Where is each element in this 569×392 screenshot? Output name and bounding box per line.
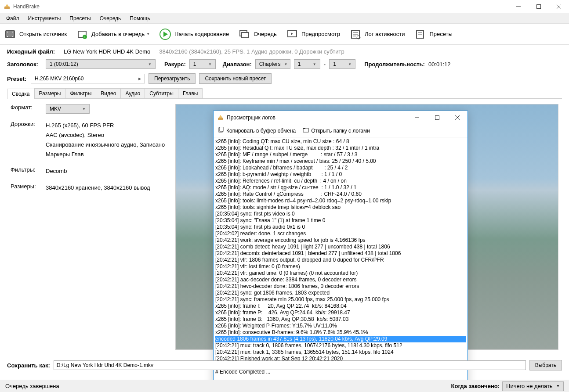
- log-toolbar: Копировать в буфер обмена Открыть папку …: [214, 124, 468, 137]
- log-maximize-button[interactable]: [427, 111, 447, 124]
- log-line: encoded 1806 frames in 437.81s (4.13 fps…: [215, 336, 466, 342]
- filters-label: Фильтры:: [11, 166, 46, 173]
- save-as-input[interactable]: [54, 360, 526, 370]
- svg-rect-2: [537, 4, 541, 8]
- log-line: [20:42:21] vfr: gained time: 0 (0 frames…: [215, 270, 466, 277]
- log-line: [20:42:02] reader: done. 1 scr changes: [215, 230, 466, 237]
- when-done-combo[interactable]: Ничего не делать▼: [502, 381, 564, 391]
- log-line: x265 [info]: tools: signhide tmvp lslice…: [215, 204, 466, 211]
- preset-combo[interactable]: H.265 MKV 2160p60▶: [31, 74, 145, 83]
- log-minimize-button[interactable]: [407, 111, 427, 124]
- tab-summary[interactable]: Сводка: [7, 89, 35, 99]
- log-line: x265 [info]: Residual QT: max TU size, m…: [215, 145, 466, 151]
- svg-marker-19: [291, 32, 293, 35]
- log-line: x265 [info]: frame B: 1360, Avg QP:30.58…: [215, 316, 466, 323]
- range-type-combo[interactable]: Chapters▼: [255, 59, 290, 69]
- reload-preset-button[interactable]: Перезагрузить: [149, 73, 196, 84]
- add-queue-label: Добавить в очередь: [91, 31, 145, 37]
- preset-value: H.265 MKV 2160p60: [35, 76, 83, 82]
- log-line: x265 [info]: frame I: 20, Avg QP:22.74 k…: [215, 303, 466, 309]
- presets-button[interactable]: Пресеты: [413, 28, 452, 41]
- log-line: [20:42:21] sync: got 1806 frames, 1803 e…: [215, 290, 466, 296]
- browse-button[interactable]: Выбрать: [529, 360, 562, 370]
- save-preset-button[interactable]: Сохранить новый пресет: [199, 73, 272, 84]
- window-minimize-button[interactable]: [508, 0, 529, 13]
- range-to-combo[interactable]: 1▼: [329, 59, 355, 69]
- format-label: Формат:: [11, 104, 46, 111]
- save-as-label: Сохранить как:: [7, 362, 50, 369]
- reload-label: Перезагрузить: [154, 76, 190, 82]
- log-viewer-window: Просмотрщик логов Копировать в буфер обм…: [213, 111, 468, 392]
- window-close-button[interactable]: [549, 0, 569, 13]
- angle-value: 1: [193, 61, 196, 67]
- log-window-titlebar: Просмотрщик логов: [214, 111, 468, 124]
- svg-point-10: [12, 36, 13, 37]
- save-as-row: Сохранить как: Выбрать: [7, 360, 562, 370]
- log-line: [20:42:21] vfr: lost time: 0 (0 frames): [215, 263, 466, 270]
- copy-log-button[interactable]: Копировать в буфер обмена: [218, 127, 296, 134]
- open-source-button[interactable]: Открыть источник: [4, 28, 67, 41]
- add-to-queue-button[interactable]: + Добавить в очередь ▼: [76, 28, 150, 41]
- activity-log-label: Лог активности: [365, 31, 405, 37]
- tab-chapters[interactable]: Главы: [178, 88, 203, 98]
- menu-presets[interactable]: Пресеты: [65, 14, 95, 23]
- duration-value: 00:01:12: [428, 61, 451, 68]
- window-titlebar: HandBrake: [0, 0, 569, 13]
- tab-audio[interactable]: Аудио: [120, 88, 145, 98]
- open-log-folder-button[interactable]: Открыть папку с логами: [303, 127, 370, 134]
- title-value: 1 (00:01:12): [50, 61, 78, 67]
- menu-queue[interactable]: Очередь: [95, 14, 126, 23]
- menu-help[interactable]: Помощь: [125, 14, 154, 23]
- preview-button[interactable]: Предпросмотр: [286, 28, 340, 41]
- log-line: x265 [info]: b-pyramid / weightp / weigh…: [215, 171, 466, 178]
- chevron-right-icon: ▶: [138, 77, 141, 81]
- log-text-area[interactable]: x265 [info]: Coding QT: max CU size, min…: [214, 137, 468, 391]
- tab-filters[interactable]: Фильтры: [65, 88, 96, 98]
- track-line: H.265 (x265), 60 FPS PFR: [46, 121, 165, 130]
- main-toolbar: Открыть источник + Добавить в очередь ▼ …: [0, 24, 569, 45]
- chevron-down-icon: ▼: [82, 107, 86, 111]
- tab-subtitles[interactable]: Субтитры: [145, 88, 178, 98]
- activity-log-button[interactable]: Лог активности: [349, 28, 405, 41]
- tab-dimensions[interactable]: Размеры: [34, 88, 66, 98]
- film-icon: [4, 28, 17, 41]
- svg-marker-15: [163, 32, 168, 37]
- svg-point-9: [12, 32, 13, 32]
- range-from-combo[interactable]: 1▼: [294, 59, 320, 69]
- log-line: [20:42:21] decomb: deinterlaced 1091 | b…: [215, 250, 466, 257]
- menu-file[interactable]: Файл: [2, 14, 24, 23]
- track-line: Сканирование иноязычного аудио, Записано: [46, 140, 165, 150]
- dims-label: Размеры:: [11, 183, 46, 190]
- svg-rect-28: [218, 118, 223, 120]
- svg-point-8: [7, 36, 8, 37]
- menu-tools[interactable]: Инструменты: [24, 14, 65, 23]
- log-line: [20:35:04] sync: "Глава 1" (1) at frame …: [215, 217, 466, 224]
- queue-button[interactable]: Очередь: [238, 28, 277, 41]
- track-line: Маркеры Глав: [46, 150, 165, 159]
- chevron-down-icon: ▼: [146, 32, 150, 36]
- presets-icon: [413, 28, 427, 41]
- when-done-value: Ничего не делать: [506, 383, 553, 389]
- window-maximize-button[interactable]: [529, 0, 549, 13]
- when-done-label: Когда закончено:: [451, 383, 500, 389]
- chevron-down-icon: ▼: [313, 62, 316, 66]
- log-line: x265 [info]: consecutive B-frames: 9.6% …: [215, 329, 466, 336]
- chevron-down-icon: ▼: [148, 62, 152, 66]
- log-line: [20:42:21] sync: framerate min 25.000 fp…: [215, 296, 466, 303]
- log-close-button[interactable]: [447, 111, 468, 124]
- log-line: x265 [info]: ME / range / subpel / merge…: [215, 151, 466, 158]
- log-line: [20:42:21] aac-decoder done: 3384 frames…: [215, 277, 466, 283]
- save-preset-label: Сохранить новый пресет: [205, 76, 266, 82]
- format-combo[interactable]: MKV▼: [46, 104, 90, 114]
- format-value: MKV: [50, 106, 61, 112]
- chevron-down-icon: ▼: [284, 62, 287, 66]
- start-encode-button[interactable]: Начать кодирование: [159, 28, 229, 41]
- chevron-down-icon: ▼: [556, 384, 560, 388]
- log-line: x265 [info]: Coding QT: max CU size, min…: [215, 138, 466, 145]
- tab-video[interactable]: Видео: [96, 88, 121, 98]
- angle-combo[interactable]: 1▼: [189, 59, 216, 69]
- log-line: x265 [info]: AQ: mode / str / qg-size / …: [215, 184, 466, 191]
- add-queue-icon: +: [76, 28, 89, 41]
- title-combo[interactable]: 1 (00:01:12)▼: [46, 59, 156, 69]
- chevron-down-icon: ▼: [208, 62, 212, 66]
